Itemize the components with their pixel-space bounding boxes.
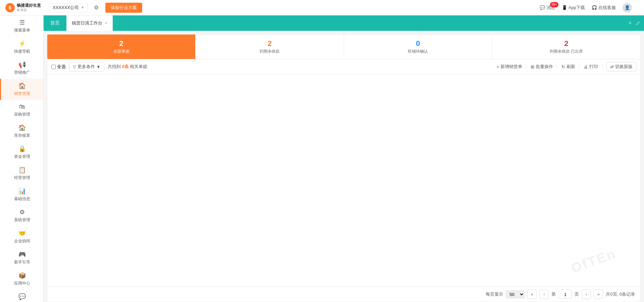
sidebar-label-operations: 经营管理	[14, 175, 30, 181]
settings-button[interactable]: ⚙	[91, 3, 101, 13]
sidebar-item-search-menu[interactable]: ☰ 搜索菜单	[0, 15, 43, 37]
tab-workbench-label: 钱货日清工作台	[72, 20, 102, 26]
sidebar-label-finance: 资金管理	[14, 154, 30, 160]
headset-icon: 🎧	[592, 5, 597, 10]
last-page-button[interactable]: »	[594, 290, 603, 299]
total-info: 共0页, 0条记录	[606, 291, 635, 297]
sidebar-item-wechat[interactable]: 💬 企业微信	[0, 290, 43, 302]
page-number-input[interactable]	[558, 290, 572, 299]
marketing-icon: 📢	[18, 61, 26, 68]
app-download-button[interactable]: 📱 App下载	[562, 5, 585, 11]
sidebar: ☰ 搜索菜单 ⚡ 快捷导航 📢 营销推广 🏠 销售管理 🛍 采购管理 🏠 库存核…	[0, 15, 44, 302]
select-all-text: 全选	[57, 64, 66, 70]
quick-nav-icon: ⚡	[18, 40, 26, 47]
stat-indicator-2	[344, 58, 492, 59]
divider2	[557, 64, 557, 69]
main-content: 首页 钱货日清工作台 × × ⤢ 2 全部单据 2 到期未收款 0 旺铺待确认	[44, 15, 644, 302]
tab-workbench[interactable]: 钱货日清工作台 ×	[66, 15, 113, 31]
sidebar-item-app-center[interactable]: 📦 应用中心	[0, 268, 43, 290]
inventory-icon: 🏠	[18, 124, 26, 131]
app-center-icon: 📦	[18, 272, 26, 279]
next-page-button[interactable]: ›	[582, 290, 591, 299]
sidebar-item-quick-nav[interactable]: ⚡ 快捷导航	[0, 37, 43, 58]
basic-info-icon: 📊	[18, 187, 26, 195]
stat-label-3: 到期未收款 已出库	[550, 49, 583, 54]
company-name: XXXXXX公司	[53, 5, 79, 11]
sidebar-item-inventory[interactable]: 🏠 库存核算	[0, 121, 43, 142]
refresh-button[interactable]: ↻ 刷新	[561, 64, 575, 70]
switch-label: 切换新版	[615, 64, 633, 70]
print-button[interactable]: 🖨 打印	[584, 64, 598, 70]
tab-maximize-icon[interactable]: ⤢	[636, 20, 640, 26]
tab-bar: 首页 钱货日清工作台 × × ⤢	[44, 15, 644, 31]
filter-button[interactable]: ▽ 更多条件 ▼	[69, 62, 104, 71]
content-area: 2 全部单据 2 到期未收款 0 旺铺待确认 2 到期未收款 已出库 全选	[44, 31, 644, 302]
refresh-label: 刷新	[567, 64, 575, 70]
logo-sub: 标准版	[17, 8, 41, 12]
table-area	[47, 74, 641, 287]
sidebar-item-enterprise[interactable]: 🤝 企业协同	[0, 226, 43, 247]
sidebar-item-guide[interactable]: 🎮 新手引导	[0, 247, 43, 268]
first-page-icon: «	[531, 292, 533, 297]
prev-page-icon: ‹	[543, 292, 545, 297]
add-label: 新增销货单	[500, 64, 522, 70]
company-selector[interactable]: XXXXXX公司 ▼	[49, 3, 88, 12]
last-page-icon: »	[597, 292, 600, 297]
stat-indicator-3	[492, 58, 640, 59]
sidebar-label-quick-nav: 快捷导航	[14, 49, 30, 54]
sidebar-label-enterprise: 企业协同	[14, 238, 30, 244]
sidebar-item-purchase[interactable]: 🛍 采购管理	[0, 100, 43, 121]
sidebar-item-system[interactable]: ⚙ 系统管理	[0, 205, 43, 226]
messages-button[interactable]: 💬 消息 99+	[540, 5, 555, 11]
sidebar-item-marketing[interactable]: 📢 营销推广	[0, 58, 43, 79]
trial-button[interactable]: 体验行业方案	[105, 3, 142, 13]
avatar[interactable]: 👤	[623, 3, 632, 12]
batch-icon: ⊞	[531, 64, 534, 69]
app-download-icon: 📱	[562, 5, 567, 10]
select-all-label[interactable]: 全选	[51, 64, 66, 70]
refresh-icon: ↻	[561, 64, 565, 69]
toolbar-right: + 新增销货单 ⊞ 批量操作 ↻ 刷新 🖨	[496, 62, 636, 71]
sidebar-item-operations[interactable]: 📋 经营管理	[0, 163, 43, 184]
found-count: 0条	[122, 64, 129, 69]
found-suffix: 相关单据	[130, 64, 147, 69]
stat-card-1[interactable]: 2 到期未收款	[196, 35, 344, 59]
sidebar-item-finance[interactable]: 🔒 资金管理	[0, 142, 43, 163]
stat-number-2: 0	[416, 39, 420, 48]
messages-badge: 99+	[550, 2, 558, 7]
sidebar-item-sales[interactable]: 🏠 销售管理	[0, 79, 43, 100]
stat-card-0[interactable]: 2 全部单据	[47, 35, 196, 59]
app-layout: ☰ 搜索菜单 ⚡ 快捷导航 📢 营销推广 🏠 销售管理 🛍 采购管理 🏠 库存核…	[0, 15, 644, 302]
batch-label: 批量操作	[536, 64, 553, 70]
tab-home[interactable]: 首页	[44, 15, 66, 31]
toolbar: 全选 ▽ 更多条件 ▼ 共找到 0条 相关单据 + 新增销货单	[47, 59, 641, 74]
tab-actions: × ⤢	[625, 20, 644, 26]
add-icon: +	[496, 64, 499, 69]
dropdown-arrow-icon: ▼	[81, 6, 84, 9]
top-bar: 6 畅捷通好生意 标准版 XXXXXX公司 ▼ ⚙ 体验行业方案 💬 消息 99…	[0, 0, 644, 15]
logo-main: 畅捷通好生意	[17, 3, 41, 8]
stat-indicator-0	[47, 58, 195, 59]
batch-operation-button[interactable]: ⊞ 批量操作	[531, 64, 553, 70]
sidebar-label-system: 系统管理	[14, 217, 30, 223]
prev-page-button[interactable]: ‹	[539, 290, 549, 299]
first-page-button[interactable]: «	[527, 290, 537, 299]
divider	[526, 64, 527, 69]
tab-close-icon[interactable]: ×	[105, 21, 107, 25]
settings-icon: ⚙	[94, 4, 99, 11]
stat-card-2[interactable]: 0 旺铺待确认	[344, 35, 492, 59]
pagination: 每页显示 50 100 200 « ‹ 第 页 ›	[47, 287, 641, 302]
stat-label-0: 全部单据	[113, 49, 129, 54]
add-sale-button[interactable]: + 新增销货单	[496, 64, 522, 70]
search-menu-icon: ☰	[19, 19, 25, 26]
select-all-checkbox[interactable]	[51, 65, 56, 69]
sidebar-item-basic-info[interactable]: 📊 基础信息	[0, 184, 43, 205]
stat-number-1: 2	[268, 39, 272, 48]
stat-card-3[interactable]: 2 到期未收款 已出库	[492, 35, 640, 59]
online-service-button[interactable]: 🎧 在线客服	[592, 5, 616, 11]
stat-number-0: 2	[119, 39, 123, 48]
sidebar-label-basic-info: 基础信息	[14, 196, 30, 202]
per-page-select[interactable]: 50 100 200	[506, 291, 525, 298]
tab-minimize-icon[interactable]: ×	[629, 20, 632, 26]
switch-version-button[interactable]: ⇄ 切换新版	[606, 62, 636, 71]
